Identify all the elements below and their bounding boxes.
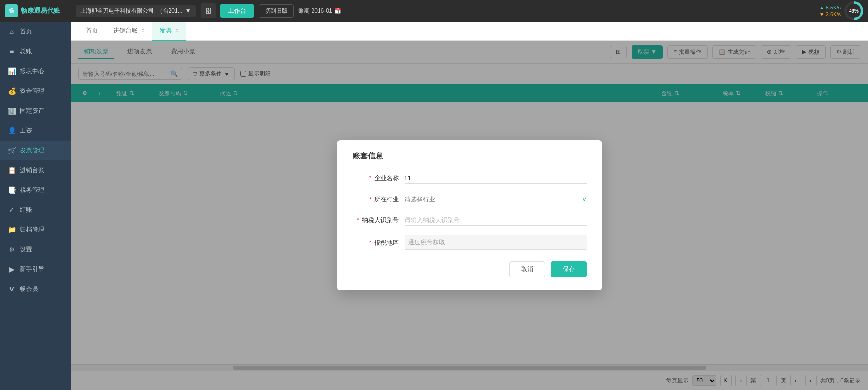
sidebar-item-archive[interactable]: 📁 归档管理 [0,220,71,240]
download-speed: ▼ 2.6K/s [819,11,841,17]
sidebar-item-member[interactable]: V 畅会员 [0,279,71,299]
sidebar-item-label: 发票管理 [20,146,44,155]
sidebar-item-label: 新手引导 [20,265,44,274]
tab-close-invoice[interactable]: × [176,28,178,33]
archive-button[interactable]: 🗄 [201,3,216,18]
tab-invoice[interactable]: 发票 × [152,22,186,41]
sidebar-item-payroll[interactable]: 👤 工资 [0,121,71,141]
sidebar-item-label: 结账 [20,206,32,214]
sidebar-item-label: 报表中心 [20,67,44,75]
form-row-tax-id: * 纳税人识别号 [353,215,587,226]
topbar: 畅 畅康通易代账 上海卯金刀电子科技有限公司_（台201... ▼ 🗄 工作台 … [0,0,868,22]
sidebar-item-guide[interactable]: ▶ 新手引导 [0,259,71,279]
sidebar-item-label: 首页 [20,27,32,36]
sidebar-item-label: 总账 [20,47,32,56]
progress-value: 49% [847,4,861,18]
tax-icon: 📑 [8,186,16,194]
company-selector[interactable]: 上海卯金刀电子科技有限公司_（台201... ▼ [76,5,196,17]
modal-title: 账套信息 [353,151,587,161]
modal-overlay: 账套信息 * 企业名称 * 所在行业 [71,41,868,390]
logo-icon: 畅 [5,4,18,17]
content-area: 首页 进销台账 × 发票 × 销项发票 进项发票 费用 [71,22,868,390]
speed-indicator: ▲ 8.5K/s ▼ 2.6K/s [819,4,841,18]
calendar-icon[interactable]: 📅 [334,8,341,14]
cancel-button[interactable]: 取消 [509,261,545,277]
payroll-icon: 👤 [8,126,16,135]
account-info-modal: 账套信息 * 企业名称 * 所在行业 [337,140,602,290]
nav-tabs: 首页 进销台账 × 发票 × [71,22,868,41]
main-layout: ⌂ 首页 ≡ 总账 📊 报表中心 💰 资金管理 🏢 固定资产 👤 工资 🛒 发票… [0,22,868,390]
period-display: 账期 2016-01 📅 [298,7,341,15]
ledger-icon: ≡ [8,47,16,56]
app-logo: 畅 畅康通易代账 [5,4,71,17]
save-button[interactable]: 保存 [551,261,587,277]
form-row-industry: * 所在行业 ∨ [353,193,587,205]
archive-icon: 🗄 [205,7,211,15]
settlement-icon: ✓ [8,206,16,214]
tab-close-purchase-sales[interactable]: × [142,28,144,33]
settings-icon: ⚙ [8,245,16,254]
sidebar-item-label: 税务管理 [20,186,44,194]
guide-icon: ▶ [8,265,16,274]
sidebar-item-label: 固定资产 [20,107,44,115]
sidebar-item-label: 畅会员 [20,285,38,293]
topbar-right: ▲ 8.5K/s ▼ 2.6K/s 49% [819,1,863,20]
company-dropdown-arrow: ▼ [185,8,191,14]
sidebar-item-home[interactable]: ⌂ 首页 [0,22,71,41]
tab-purchase-sales[interactable]: 进销台账 × [106,22,152,41]
upload-speed: ▲ 8.5K/s [819,4,841,11]
sidebar-item-tax-mgmt[interactable]: 📑 税务管理 [0,180,71,200]
purchase-sales-icon: 📋 [8,166,16,174]
sidebar-item-fixed-assets[interactable]: 🏢 固定资产 [0,101,71,121]
tab-home[interactable]: 首页 [78,22,106,41]
input-tax-region-disabled: 通过税号获取 [405,235,587,250]
sidebar-item-label: 工资 [20,126,32,135]
reports-icon: 📊 [8,67,16,75]
sidebar-item-purchase-sales[interactable]: 📋 进销台账 [0,160,71,180]
input-tax-id[interactable] [405,215,587,226]
home-icon: ⌂ [8,27,16,36]
form-row-company-name: * 企业名称 [353,173,587,184]
form-row-tax-region: * 报税地区 通过税号获取 [353,235,587,250]
sidebar-item-label: 进销台账 [20,166,44,174]
label-company-name: * 企业名称 [353,174,405,183]
sidebar-item-ledger[interactable]: ≡ 总账 [0,41,71,61]
sidebar-item-label: 归档管理 [20,225,44,234]
sidebar: ⌂ 首页 ≡ 总账 📊 报表中心 💰 资金管理 🏢 固定资产 👤 工资 🛒 发票… [0,22,71,390]
modal-footer: 取消 保存 [353,261,587,277]
label-tax-region: * 报税地区 [353,239,405,247]
select-industry-wrap[interactable]: ∨ [405,193,587,205]
member-icon: V [8,285,16,293]
select-industry-arrow: ∨ [582,195,587,203]
sidebar-item-settings[interactable]: ⚙ 设置 [0,240,71,259]
input-company-name[interactable] [405,173,587,184]
sidebar-item-label: 资金管理 [20,87,44,95]
sidebar-item-funds[interactable]: 💰 资金管理 [0,81,71,101]
archive-sidebar-icon: 📁 [8,225,16,234]
workspace-button[interactable]: 工作台 [220,4,254,18]
label-tax-id: * 纳税人识别号 [353,216,405,224]
label-industry: * 所在行业 [353,195,405,204]
app-name: 畅康通易代账 [21,7,60,15]
sidebar-item-invoice-mgmt[interactable]: 🛒 发票管理 [0,141,71,160]
sidebar-item-reports[interactable]: 📊 报表中心 [0,61,71,81]
funds-icon: 💰 [8,87,16,95]
company-name: 上海卯金刀电子科技有限公司_（台201... [80,7,183,15]
sidebar-item-settlement[interactable]: ✓ 结账 [0,200,71,220]
switch-old-version-button[interactable]: 切到旧版 [259,4,294,18]
sub-area: 销项发票 进项发票 费用小票 ⊞ 取票 ▼ ≡ [71,41,868,390]
progress-circle: 49% [844,1,863,20]
select-industry[interactable] [405,196,582,203]
fixed-assets-icon: 🏢 [8,107,16,115]
sidebar-item-label: 设置 [20,245,32,254]
invoice-icon: 🛒 [8,146,16,155]
